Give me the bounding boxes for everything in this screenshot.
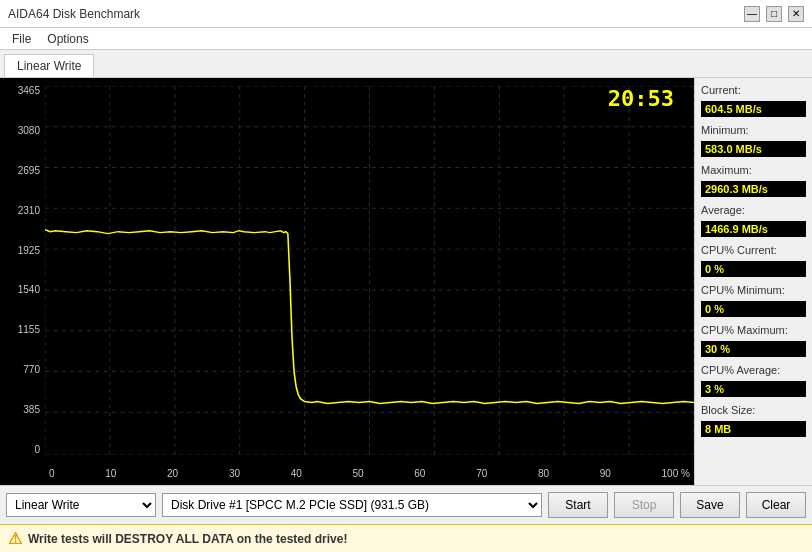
cpu-maximum-value: 30 % xyxy=(701,341,806,357)
x-label-70: 70 xyxy=(476,468,487,479)
chart-area: 20:53 3465 3080 2695 2310 1925 1540 1155… xyxy=(0,78,694,485)
maximize-button[interactable]: □ xyxy=(766,6,782,22)
current-value: 604.5 MB/s xyxy=(701,101,806,117)
right-panel: Current: 604.5 MB/s Minimum: 583.0 MB/s … xyxy=(694,78,812,485)
title-bar: AIDA64 Disk Benchmark — □ ✕ xyxy=(0,0,812,28)
y-label-1155: 1155 xyxy=(18,325,40,335)
cpu-average-label: CPU% Average: xyxy=(701,364,806,376)
minimum-value: 583.0 MB/s xyxy=(701,141,806,157)
y-label-3080: 3080 xyxy=(18,126,40,136)
x-label-80: 80 xyxy=(538,468,549,479)
cpu-current-label: CPU% Current: xyxy=(701,244,806,256)
minimum-label: Minimum: xyxy=(701,124,806,136)
x-axis: 0 10 20 30 40 50 60 70 80 90 100 % xyxy=(45,468,694,479)
x-label-10: 10 xyxy=(105,468,116,479)
drive-select[interactable]: Disk Drive #1 [SPCC M.2 PCIe SSD] (931.5… xyxy=(162,493,542,517)
y-label-385: 385 xyxy=(23,405,40,415)
window-title: AIDA64 Disk Benchmark xyxy=(8,7,140,21)
cpu-minimum-value: 0 % xyxy=(701,301,806,317)
chart-time: 20:53 xyxy=(608,86,674,111)
warning-icon: ⚠ xyxy=(8,529,22,548)
tab-strip: Linear Write xyxy=(0,50,812,78)
cpu-current-value: 0 % xyxy=(701,261,806,277)
cpu-minimum-label: CPU% Minimum: xyxy=(701,284,806,296)
tab-linear-write[interactable]: Linear Write xyxy=(4,54,94,77)
cpu-average-value: 3 % xyxy=(701,381,806,397)
close-button[interactable]: ✕ xyxy=(788,6,804,22)
chart-svg xyxy=(45,86,694,455)
stop-button[interactable]: Stop xyxy=(614,492,674,518)
x-label-30: 30 xyxy=(229,468,240,479)
average-label: Average: xyxy=(701,204,806,216)
menu-bar: File Options xyxy=(0,28,812,50)
y-label-3465: 3465 xyxy=(18,86,40,96)
maximum-label: Maximum: xyxy=(701,164,806,176)
y-label-1925: 1925 xyxy=(18,246,40,256)
x-label-60: 60 xyxy=(414,468,425,479)
y-label-1540: 1540 xyxy=(18,285,40,295)
x-label-100: 100 % xyxy=(662,468,690,479)
x-label-20: 20 xyxy=(167,468,178,479)
clear-button[interactable]: Clear xyxy=(746,492,806,518)
save-button[interactable]: Save xyxy=(680,492,740,518)
window-controls[interactable]: — □ ✕ xyxy=(744,6,804,22)
x-label-0: 0 xyxy=(49,468,55,479)
block-size-value: 8 MB xyxy=(701,421,806,437)
y-label-0: 0 xyxy=(34,445,40,455)
cpu-maximum-label: CPU% Maximum: xyxy=(701,324,806,336)
average-value: 1466.9 MB/s xyxy=(701,221,806,237)
warning-text: Write tests will DESTROY ALL DATA on the… xyxy=(28,532,347,546)
x-label-90: 90 xyxy=(600,468,611,479)
bottom-bar: Linear Write Linear Read Random Write Ra… xyxy=(0,485,812,524)
current-label: Current: xyxy=(701,84,806,96)
minimize-button[interactable]: — xyxy=(744,6,760,22)
x-label-50: 50 xyxy=(353,468,364,479)
y-label-770: 770 xyxy=(23,365,40,375)
maximum-value: 2960.3 MB/s xyxy=(701,181,806,197)
content-area: 20:53 3465 3080 2695 2310 1925 1540 1155… xyxy=(0,78,812,485)
menu-file[interactable]: File xyxy=(4,30,39,48)
y-label-2310: 2310 xyxy=(18,206,40,216)
y-label-2695: 2695 xyxy=(18,166,40,176)
test-select[interactable]: Linear Write Linear Read Random Write Ra… xyxy=(6,493,156,517)
menu-options[interactable]: Options xyxy=(39,30,96,48)
block-size-label: Block Size: xyxy=(701,404,806,416)
warning-bar: ⚠ Write tests will DESTROY ALL DATA on t… xyxy=(0,524,812,552)
main-content: Linear Write 20:53 3465 3080 2695 2310 1… xyxy=(0,50,812,552)
x-label-40: 40 xyxy=(291,468,302,479)
y-axis: 3465 3080 2695 2310 1925 1540 1155 770 3… xyxy=(0,86,44,455)
start-button[interactable]: Start xyxy=(548,492,608,518)
